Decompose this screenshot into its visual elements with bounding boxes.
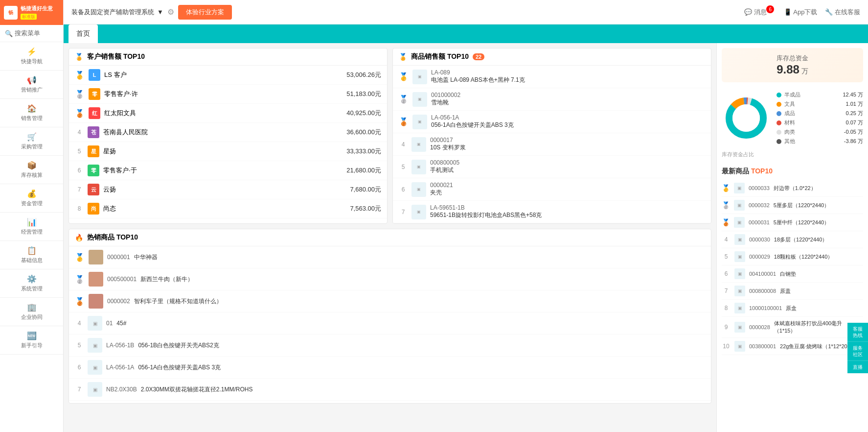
rank-number: 4 [75,129,84,136]
message-badge: 6 [766,5,774,13]
customer-row: 4 苍 苍南县人民医院 36,600.00元 [69,123,387,142]
sidebar-item-inventory[interactable]: 📦 库存核算 [0,156,63,184]
system-selector[interactable]: 装备及固定资产辅助管理系统 ▼ [71,8,163,17]
sidebar-item-basics[interactable]: 📋 基础信息 [0,241,63,269]
product-name: 雪地靴 [431,98,460,107]
product-name: 夹壳 [430,189,453,197]
app-download-button[interactable]: 📱 App下载 [784,8,817,17]
sidebar-item-enterprise[interactable]: 🏢 企业协同 [0,298,63,326]
product-name: 5厘中纤（1220*2440） [774,219,863,226]
product-thumbnail: ▣ [411,137,426,152]
new-product-row: 6 ▣ 004100001 白钢垫 [722,265,863,283]
legend-label: 肉类 [784,128,841,136]
logo-badge: 标准版 [21,14,37,20]
customer-list: 🥇 L LS 客户 53,006.26元 🥈 零 零售客户·许 51,183.0… [69,66,387,218]
float-service-live[interactable]: 直播 [847,361,868,373]
nav-icon: ⚙️ [27,274,37,284]
customer-row: 6 零 零售客户·于 21,680.00元 [69,161,387,180]
product-thumbnail: ▣ [734,234,745,245]
sidebar-item-marketing[interactable]: 📢 营销推广 [0,71,63,99]
customer-row: 8 尚 尚态 7,563.00元 [69,199,387,218]
product-name: 白钢垫 [780,270,863,278]
legend-dot [777,139,781,144]
rank-number: 8 [722,305,731,312]
sidebar-item-quick-nav[interactable]: ⚡ 快捷导航 [0,42,63,71]
product-code: LA-056-1B [106,342,134,349]
customer-name: 尚态 [103,204,346,213]
rank-number: 7 [75,386,84,393]
rank-medal-icon: 🥇 [75,253,85,262]
product-name: 2.0X30MM双搓花轴搓花直径2.1MM/ROHS [141,385,253,394]
nav-label: 基础信息 [21,257,43,264]
gear-icon[interactable]: ⚙ [167,7,174,17]
trial-button[interactable]: 体验行业方案 [178,5,232,20]
top-header: 装备及固定资产辅助管理系统 ▼ ⚙ 体验行业方案 💬 消息 6 📱 App下载 … [64,0,868,24]
fire-icon: 🔥 [75,234,83,241]
rank-number: 5 [399,164,408,170]
rank-number: 5 [722,253,731,260]
product-code: 0000029 [749,254,770,260]
float-service-hotline[interactable]: 客服热线 [847,323,868,342]
sidebar-item-system[interactable]: ⚙️ 系统管理 [0,269,63,298]
product-sales-row: 7 ▣ LA-59651-1B 59651-1B旋转投影灯电池盒ABS黑色+58… [393,201,711,223]
online-service-button[interactable]: 🔧 在线客服 [825,8,860,17]
sidebar-item-sales[interactable]: 🏠 销售管理 [0,99,63,127]
customer-top10-title: 客户销售额 TOP10 [87,52,145,61]
legend-item: 文具 1.01 万 [777,100,863,108]
customer-name: 云扬 [103,185,346,194]
product-info: LA-089 电池盖 LA-089 ABS本色+黑种 7.1克 [431,69,525,84]
float-service-community[interactable]: 服务社区 [847,342,868,361]
legend-value: -3.86 万 [844,138,863,145]
sidebar-item-finance[interactable]: 💰 资金管理 [0,184,63,213]
nav-icon: 📦 [27,161,37,170]
nav-label: 系统管理 [21,285,43,292]
nav-icon: 💰 [27,189,37,198]
message-button[interactable]: 💬 消息 6 [744,8,776,17]
legend-label: 其他 [784,138,841,145]
main-content: 装备及固定资产辅助管理系统 ▼ ⚙ 体验行业方案 💬 消息 6 📱 App下载 … [64,0,868,432]
legend-value: 0.07 万 [846,119,863,126]
legend-value: 1.01 万 [846,100,863,108]
product-thumbnail: ▣ [411,205,426,219]
sidebar-item-guide[interactable]: 🆕 新手引导 [0,326,63,355]
product-name: 新西兰牛肉（新牛） [140,275,193,284]
product-code: 001000002 [431,92,460,98]
product-sales-list: 🥇 ▣ LA-089 电池盖 LA-089 ABS本色+黑种 7.1克 🥈 ▣ … [393,66,711,223]
nav-icon: ⚡ [27,47,37,56]
product-info: 000800005 手机测试 [430,159,459,174]
rank-number: 6 [75,167,84,174]
product-thumbnail [89,272,103,287]
inventory-chart-container: 半成品 12.45 万 文具 1.01 万 成品 0.25 万 材料 0.07 … [722,87,863,149]
product-name: 5厘多层（1220*2440） [774,202,863,209]
tab-home[interactable]: 首页 [69,24,98,43]
inventory-legend: 半成品 12.45 万 文具 1.01 万 成品 0.25 万 材料 0.07 … [777,91,863,145]
sidebar-item-purchase[interactable]: 🛒 采购管理 [0,127,63,156]
product-thumbnail: ▣ [734,268,745,279]
product-sales-row: 6 ▣ 0000021 夹壳 [393,178,711,201]
rank-number: 8 [75,205,84,212]
sidebar-item-operations[interactable]: 📊 经营管理 [0,213,63,241]
legend-item: 成品 0.25 万 [777,110,863,117]
rank-number: 4 [722,236,731,243]
nav-tabs: 首页 [64,24,868,43]
inventory-unit: 万 [801,67,808,76]
content-area: 🏅 客户销售额 TOP10 🥇 L LS 客户 53,006.26元 🥈 零 零… [64,43,868,432]
rank-medal-icon: 🥉 [75,109,85,118]
product-code: 004100001 [749,271,776,277]
nav-label: 企业协同 [21,313,43,321]
rank-number: 7 [399,209,408,216]
hot-product-row: 🥉 0000002 智利车子里（规格不知道填什么） [69,290,711,312]
right-panel: 库存总资金 9.88 万 [716,43,868,432]
search-menu-label: 搜索菜单 [15,29,40,38]
chevron-down-icon: ▼ [157,8,163,16]
new-product-row: 4 ▣ 0000030 18多层（1220*2440） [722,231,863,248]
search-menu[interactable]: 🔍 搜索菜单 [0,25,63,42]
product-thumbnail: ▣ [734,286,745,296]
product-code: 000800005 [430,159,459,166]
legend-dot [777,120,781,125]
legend-label: 半成品 [784,91,840,98]
nav-label: 新手引导 [21,342,43,349]
product-code: 003800001 [749,343,776,349]
svg-point-5 [732,104,760,132]
nav-icon: 📢 [27,75,37,85]
